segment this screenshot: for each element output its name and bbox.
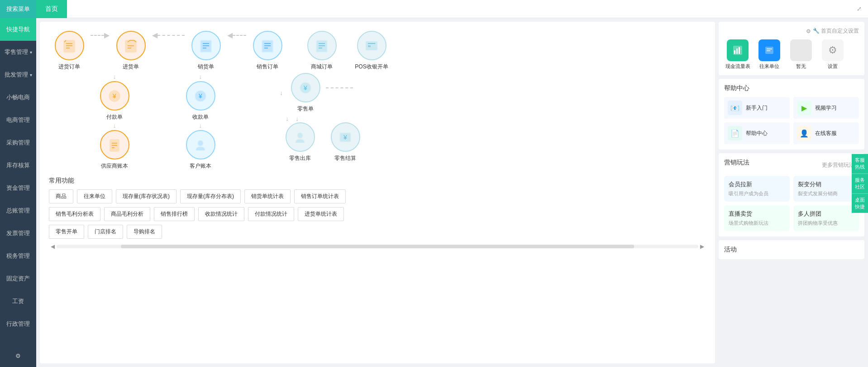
float-btn-service[interactable]: 客服热线 [852, 154, 868, 174]
node-supplier-account[interactable]: 供应商账本 [94, 130, 135, 170]
node-purchase[interactable]: 进货单 [110, 31, 151, 71]
node-pos[interactable]: POS收银开单 [349, 31, 394, 71]
scroll-left[interactable]: ◀ [49, 243, 57, 250]
marketing-item-desc-fission: 裂变式发展分销商 [798, 190, 854, 197]
quick-icon-box-settings: ⚙ [822, 39, 844, 61]
sidebar-item-purchase[interactable]: 采购管理 [0, 131, 36, 154]
node-retail-out[interactable]: 零售出库 [280, 122, 320, 162]
func-btn-store-rank[interactable]: 门店排名 [88, 225, 123, 239]
sidebar-gear-icon[interactable]: ⚙ [0, 344, 36, 367]
sidebar-item-retail[interactable]: 零售管理 [0, 41, 36, 63]
help-item-beginner[interactable]: 📧 新手入门 [724, 97, 790, 119]
svg-rect-40 [741, 49, 741, 49]
float-btn-desktop[interactable]: 桌面快捷 [852, 193, 868, 213]
func-btn-purchase-stat[interactable]: 进货单统计表 [298, 207, 344, 221]
quick-icon-box-partners [758, 39, 780, 61]
svg-rect-15 [316, 40, 327, 52]
help-icon-service: 👤 [797, 126, 811, 140]
help-icon-beginner: 📧 [728, 101, 742, 115]
flow-area: 进货订单 ▶ 进货单 [40, 22, 715, 363]
help-item-service[interactable]: 👤 在线客服 [793, 122, 859, 144]
sidebar-item-tax[interactable]: 税务管理 [0, 245, 36, 267]
node-circle-retail-out [286, 122, 315, 152]
node-circle-customer [186, 130, 215, 159]
marketing-item-fission[interactable]: 裂变分销 裂变式发展分销商 [793, 176, 859, 202]
func-btn-sales-gross[interactable]: 销售毛利分析表 [49, 207, 100, 221]
float-btn-community[interactable]: 服务社区 [852, 174, 868, 194]
node-mall-order[interactable]: 商城订单 [301, 31, 342, 71]
marketing-section: 营销玩法 更多营销玩法 > 会员拉新 吸引用户成为会员 裂变分销 裂变式发展分销… [719, 153, 864, 237]
func-btn-sales-stat[interactable]: 销货单统计表 [244, 189, 291, 203]
sidebar-item-quick-nav[interactable]: 快捷导航 [0, 18, 36, 41]
func-btn-goods-gross[interactable]: 商品毛利分析 [104, 207, 150, 221]
node-sales-order[interactable]: 销售订单 [247, 31, 288, 71]
marketing-item-member[interactable]: 会员拉新 吸引用户成为会员 [724, 176, 790, 202]
sidebar-item-invoice[interactable]: 发票管理 [0, 222, 36, 245]
node-circle-mall-order [307, 31, 337, 60]
node-purchase-order[interactable]: 进货订单 [49, 31, 90, 71]
sidebar-item-ledger[interactable]: 总账管理 [0, 199, 36, 222]
quick-icons: 现金流量表 往来单位 暂无 ⚙ [724, 39, 859, 70]
search-menu[interactable]: 搜索菜单 [0, 0, 36, 18]
marketing-item-live[interactable]: 直播卖货 场景式购物新玩法 [724, 205, 790, 231]
node-receipt[interactable]: ¥ 收款单 [180, 81, 221, 121]
marketing-item-desc-member: 吸引用户成为会员 [729, 190, 785, 197]
quick-icon-settings[interactable]: ⚙ 设置 [819, 39, 846, 70]
func-buttons-row2: 销售毛利分析表 商品毛利分析 销售排行榜 收款情况统计 付款情况统计 进货单统计… [49, 207, 706, 221]
func-btn-goods[interactable]: 商品 [49, 189, 73, 203]
svg-rect-0 [64, 40, 75, 52]
func-btn-sales-order-stat[interactable]: 销售订单统计表 [294, 189, 346, 203]
node-circle-receipt: ¥ [186, 81, 215, 111]
svg-rect-38 [736, 48, 738, 54]
func-buttons-row1: 商品 往来单位 现存量(库存状况表) 现存量(库存分布表) 销货单统计表 销售订… [49, 189, 706, 203]
node-label-sales-order: 销售订单 [257, 63, 278, 71]
func-btn-sales-rank[interactable]: 销售排行榜 [154, 207, 195, 221]
sidebar-item-ecom[interactable]: 电商管理 [0, 109, 36, 131]
sidebar-item-salary[interactable]: 工资 [0, 290, 36, 313]
quick-nav-setting[interactable]: ⚙ 🔧 首页自定义设置 [806, 27, 859, 35]
svg-point-33 [297, 133, 303, 138]
node-label-sales: 销货单 [198, 63, 214, 71]
node-retail-settle[interactable]: ¥ 零售结算 [325, 122, 366, 162]
func-btn-guide-rank[interactable]: 导购排名 [127, 225, 162, 239]
scroll-track[interactable] [57, 245, 698, 248]
sidebar-item-finance[interactable]: 资金管理 [0, 177, 36, 199]
right-panel: ⚙ 🔧 首页自定义设置 现金流量表 [719, 18, 868, 367]
common-funcs-title: 常用功能 [49, 177, 706, 185]
func-btn-stock-status[interactable]: 现存量(库存状况表) [116, 189, 176, 203]
node-label-retail-settle: 零售结算 [334, 155, 356, 162]
func-btn-payment-stat[interactable]: 付款情况统计 [248, 207, 294, 221]
svg-rect-19 [366, 41, 377, 50]
node-circle-retail-settle: ¥ [331, 122, 360, 152]
scroll-thumb [121, 245, 634, 248]
node-customer-account[interactable]: 客户账本 [180, 130, 221, 170]
sidebar-item-wholesale[interactable]: 批发管理 [0, 63, 36, 86]
sidebar-item-ecom-small[interactable]: 小畅电商 [0, 86, 36, 109]
node-sales[interactable]: 销货单 [186, 31, 226, 71]
func-btn-retail-order[interactable]: 零售开单 [49, 225, 84, 239]
tab-home[interactable]: 首页 [36, 0, 67, 18]
func-btn-partners[interactable]: 往来单位 [77, 189, 112, 203]
fullscreen-icon[interactable]: ⤢ [854, 5, 863, 14]
quick-icon-label-cashflow: 现金流量表 [725, 63, 750, 70]
quick-icon-empty[interactable]: 暂无 [787, 39, 815, 70]
sidebar-item-admin[interactable]: 行政管理 [0, 313, 36, 335]
marketing-item-title-live: 直播卖货 [729, 210, 785, 218]
scroll-right[interactable]: ▶ [698, 243, 706, 250]
sidebar-item-assets[interactable]: 固定资产 [0, 267, 36, 290]
marketing-item-group[interactable]: 多人拼团 拼团购物享受优惠 [793, 205, 859, 231]
sidebar-item-inventory[interactable]: 库存核算 [0, 154, 36, 177]
func-btn-receipt-stat[interactable]: 收款情况统计 [198, 207, 244, 221]
help-item-video[interactable]: ▶ 视频学习 [793, 97, 859, 119]
marketing-item-title-group: 多人拼团 [798, 210, 854, 218]
node-payment[interactable]: ¥ 付款单 [94, 81, 135, 121]
func-btn-stock-dist[interactable]: 现存量(库存分布表) [180, 189, 241, 203]
quick-icon-cashflow[interactable]: 现金流量表 [724, 39, 751, 70]
node-label-pos: POS收银开单 [355, 63, 388, 71]
node-retail[interactable]: ¥ 零售单 [285, 73, 326, 113]
quick-icon-partners[interactable]: 往来单位 [756, 39, 783, 70]
svg-rect-41 [765, 47, 773, 54]
help-item-help[interactable]: 📄 帮助中心 [724, 122, 790, 144]
node-label-purchase-order: 进货订单 [58, 63, 80, 71]
quick-nav-section: ⚙ 🔧 首页自定义设置 现金流量表 [719, 22, 864, 75]
